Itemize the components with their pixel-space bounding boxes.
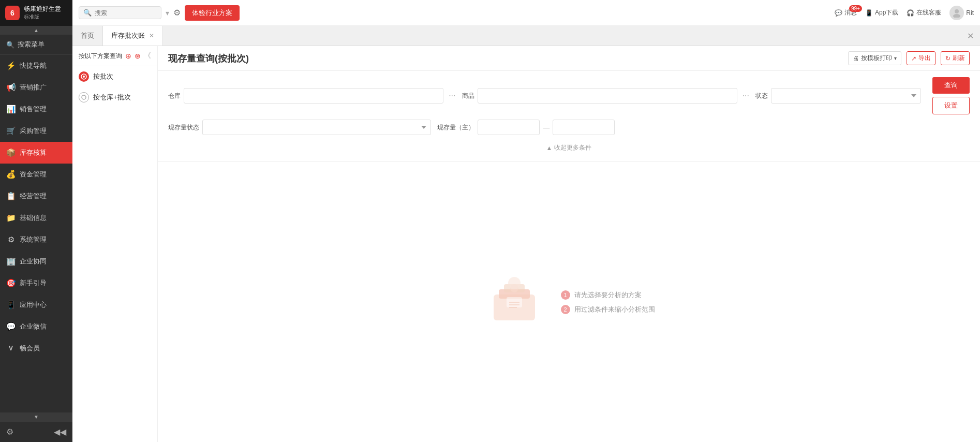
sidebar-item-wechat[interactable]: 💬 企业微信	[0, 316, 72, 337]
sidebar-item-operation[interactable]: 📋 经营管理	[0, 185, 72, 207]
filter-inventory-status-label: 现存量状态	[168, 123, 199, 132]
sidebar-label-marketing: 营销推广	[20, 83, 47, 92]
empty-hint-2: 2 用过滤条件来缩小分析范围	[561, 305, 655, 314]
scheme-by-batch[interactable]: 按批次	[72, 66, 157, 87]
finance-icon: 💰	[6, 170, 16, 179]
settings-btn[interactable]: 设置	[932, 97, 970, 114]
svg-point-3	[83, 76, 85, 78]
add-scheme-icon[interactable]: ⊕	[125, 52, 131, 60]
sidebar-item-marketing[interactable]: 📢 营销推广	[0, 77, 72, 98]
print-btn[interactable]: 🖨 按模板打印 ▾	[848, 51, 901, 65]
filter-collapse-btn[interactable]: ▲ 收起更多条件	[168, 140, 970, 155]
topbar: 🔍 ▾ ⚙ 体验行业方案 💬 消息 99+ 📱 App下载 🎧 在线客服	[72, 0, 980, 26]
scheme-settings-icon[interactable]: ⊛	[135, 52, 141, 60]
experience-btn[interactable]: 体验行业方案	[185, 5, 240, 21]
filter-inventory-status-select[interactable]	[202, 120, 431, 135]
filter-qty-min[interactable]	[478, 120, 540, 135]
topbar-dropdown-icon[interactable]: ▾	[166, 9, 169, 17]
topbar-search-box[interactable]: 🔍	[79, 6, 161, 19]
sidebar-scroll-down[interactable]: ▼	[0, 412, 72, 421]
topbar-search-icon: 🔍	[83, 9, 92, 17]
svg-point-0	[955, 9, 959, 13]
refresh-btn[interactable]: ↻ 刷新	[941, 51, 970, 65]
query-btn[interactable]: 查询	[932, 77, 970, 94]
left-panel-header-icons: ⊕ ⊛ 《	[125, 51, 151, 61]
left-panel-header-text: 按以下方案查询	[79, 52, 122, 61]
sidebar-item-member[interactable]: V 畅会员	[0, 337, 72, 359]
print-label: 按模板打印	[861, 54, 892, 63]
sidebar-item-finance[interactable]: 💰 资金管理	[0, 164, 72, 185]
hint-text-2: 用过滤条件来缩小分析范围	[574, 305, 655, 314]
sidebar-item-newbie[interactable]: 🎯 新手引导	[0, 272, 72, 294]
app-name: 畅康通好生意	[24, 5, 61, 13]
user-avatar	[949, 6, 964, 20]
scheme-by-warehouse-batch[interactable]: 按仓库+批次	[72, 87, 157, 108]
sidebar-label-sales: 销售管理	[20, 105, 47, 114]
sales-icon: 📊	[6, 105, 16, 114]
messages-badge: 99+	[849, 5, 862, 12]
topbar-search-input[interactable]	[95, 9, 146, 17]
sidebar-item-basic[interactable]: 📁 基础信息	[0, 207, 72, 229]
sidebar-search-label: 搜索菜单	[18, 40, 44, 49]
sidebar-app-info: 畅康通好生意 标准版	[24, 5, 61, 21]
filter-row-1: 仓库 ··· 商品 ··· 状态	[168, 77, 970, 114]
messages-btn[interactable]: 💬 消息 99+	[835, 8, 857, 17]
filter-area: 仓库 ··· 商品 ··· 状态	[158, 71, 980, 162]
print-dropdown-icon[interactable]: ▾	[894, 55, 897, 61]
sidebar-item-purchase[interactable]: 🛒 采购管理	[0, 120, 72, 142]
svg-point-10	[508, 277, 521, 289]
sidebar-label-enterprise: 企业协同	[20, 257, 47, 266]
topbar-gear-icon[interactable]: ⚙	[173, 8, 181, 18]
sidebar-label-wechat: 企业微信	[20, 322, 47, 331]
sidebar-item-appstore[interactable]: 📱 应用中心	[0, 294, 72, 316]
collapse-up-icon: ▲	[546, 144, 553, 152]
page-header: 现存量查询(按批次) 🖨 按模板打印 ▾ ↗ 导出 ↻ 刷新	[158, 46, 980, 71]
filter-row-2: 现存量状态 现存量（主） —	[168, 120, 970, 135]
sidebar-item-shortcut[interactable]: ⚡ 快捷导航	[0, 55, 72, 77]
collapse-sidebar-icon[interactable]: ◀◀	[54, 427, 66, 437]
app-download-btn[interactable]: 📱 App下载	[865, 8, 898, 17]
sidebar-item-system[interactable]: ⚙ 系统管理	[0, 229, 72, 251]
filter-warehouse: 仓库 ···	[168, 88, 456, 104]
sidebar-label-system: 系统管理	[20, 235, 47, 244]
scheme-batch-label: 按批次	[93, 72, 113, 81]
sidebar-label-purchase: 采购管理	[20, 126, 47, 136]
settings-footer-icon[interactable]: ⚙	[6, 427, 13, 437]
hint-num-1: 1	[561, 290, 570, 300]
online-service-btn[interactable]: 🎧 在线客服	[907, 8, 941, 17]
user-profile-btn[interactable]: Rit	[949, 6, 974, 20]
filter-status-select[interactable]	[771, 88, 921, 104]
warehouse-batch-scheme-icon	[79, 92, 89, 102]
filter-warehouse-more-icon[interactable]: ···	[449, 91, 455, 100]
filter-qty-range: 现存量（主） —	[437, 120, 700, 135]
collapse-panel-icon[interactable]: 《	[144, 51, 151, 61]
sidebar-search[interactable]: 🔍 搜索菜单	[0, 35, 72, 55]
inventory-icon: 📦	[6, 148, 16, 157]
export-btn[interactable]: ↗ 导出	[907, 51, 936, 65]
left-panel: 按以下方案查询 ⊕ ⊛ 《 按批次 按仓库+批次	[72, 46, 158, 442]
tab-home[interactable]: 首页	[72, 26, 103, 46]
sidebar-item-inventory[interactable]: 📦 库存核算	[0, 142, 72, 164]
scheme-warehouse-batch-label: 按仓库+批次	[93, 93, 131, 102]
filter-warehouse-label: 仓库	[168, 92, 181, 100]
sidebar-label-operation: 经营管理	[20, 191, 47, 201]
sidebar-item-sales[interactable]: 📊 销售管理	[0, 98, 72, 120]
sidebar: 6 畅康通好生意 标准版 ▲ 🔍 搜索菜单 ⚡ 快捷导航 📢 营销推广 📊 销售…	[0, 0, 72, 442]
filter-status-label: 状态	[755, 92, 768, 100]
filter-qty-max[interactable]	[553, 120, 615, 135]
page-header-actions: 🖨 按模板打印 ▾ ↗ 导出 ↻ 刷新	[848, 51, 970, 65]
tab-inventory-batch[interactable]: 库存批次账 ✕	[103, 26, 163, 46]
home-tab-label: 首页	[81, 31, 94, 40]
filter-warehouse-input[interactable]	[184, 88, 443, 104]
export-icon: ↗	[911, 55, 916, 62]
sidebar-item-enterprise[interactable]: 🏢 企业协同	[0, 251, 72, 272]
empty-illustration	[483, 269, 545, 335]
sidebar-scroll-up[interactable]: ▲	[0, 26, 72, 35]
newbie-icon: 🎯	[6, 278, 16, 288]
tabs-close-all[interactable]: ✕	[961, 31, 980, 41]
filter-product-more-icon[interactable]: ···	[743, 91, 749, 100]
filter-product-input[interactable]	[478, 88, 737, 104]
tab-close-icon[interactable]: ✕	[149, 32, 154, 39]
sidebar-label-basic: 基础信息	[20, 213, 47, 223]
sidebar-scroll-area: 🔍 搜索菜单 ⚡ 快捷导航 📢 营销推广 📊 销售管理 🛒 采购管理 📦 库存核…	[0, 35, 72, 412]
